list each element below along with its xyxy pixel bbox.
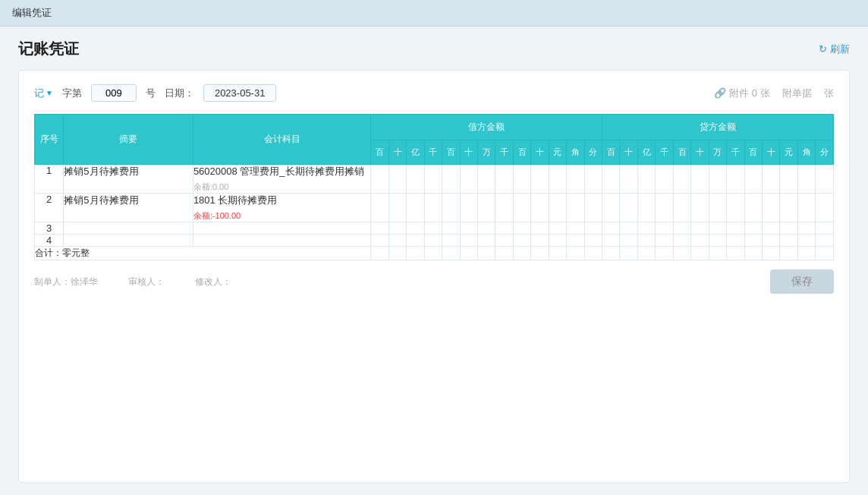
debit-col-1-row-0[interactable] (388, 165, 406, 194)
credit-col-21-row-0[interactable] (744, 165, 762, 194)
debit-col-9-row-1[interactable] (531, 194, 549, 222)
credit-col-25-row-2[interactable] (816, 222, 834, 235)
debit-col-12-row-3[interactable] (584, 235, 602, 247)
credit-col-21-row-3[interactable] (744, 235, 762, 247)
debit-col-8-row-0[interactable] (513, 165, 530, 194)
credit-col-19-row-3[interactable] (709, 235, 726, 247)
cell-summary-2[interactable] (64, 222, 193, 235)
credit-col-14-row-2[interactable] (620, 222, 637, 235)
debit-col-3-row-2[interactable] (424, 222, 442, 235)
credit-col-15-row-2[interactable] (637, 222, 655, 235)
credit-col-16-row-1[interactable] (656, 194, 673, 222)
credit-col-21-row-2[interactable] (744, 222, 762, 235)
debit-col-2-row-0[interactable] (407, 165, 424, 194)
credit-col-23-row-0[interactable] (780, 165, 797, 194)
credit-col-13-row-1[interactable] (602, 194, 620, 222)
credit-col-22-row-3[interactable] (762, 235, 779, 247)
debit-col-1-row-2[interactable] (388, 222, 406, 235)
debit-col-12-row-0[interactable] (584, 165, 602, 194)
cell-summary-3[interactable] (64, 235, 193, 247)
credit-col-22-row-1[interactable] (762, 194, 779, 222)
debit-col-9-row-0[interactable] (531, 165, 549, 194)
debit-col-5-row-2[interactable] (460, 222, 477, 235)
credit-col-13-row-2[interactable] (602, 222, 620, 235)
sheet-button[interactable]: 附单据 (782, 87, 812, 100)
debit-col-3-row-1[interactable] (424, 194, 442, 222)
debit-col-8-row-2[interactable] (513, 222, 530, 235)
credit-col-17-row-1[interactable] (673, 194, 690, 222)
debit-col-7-row-0[interactable] (495, 165, 513, 194)
credit-col-20-row-3[interactable] (727, 235, 744, 247)
credit-col-20-row-1[interactable] (727, 194, 744, 222)
credit-col-17-row-3[interactable] (673, 235, 690, 247)
attachment-button[interactable]: 🔗 附件 0 张 (714, 87, 770, 100)
debit-col-5-row-3[interactable] (460, 235, 477, 247)
debit-col-5-row-0[interactable] (460, 165, 477, 194)
debit-col-12-row-1[interactable] (584, 194, 602, 222)
debit-col-6-row-1[interactable] (477, 194, 495, 222)
debit-col-2-row-2[interactable] (407, 222, 424, 235)
debit-col-6-row-0[interactable] (477, 165, 495, 194)
credit-col-15-row-0[interactable] (637, 165, 655, 194)
credit-col-18-row-0[interactable] (691, 165, 709, 194)
debit-col-0-row-0[interactable] (371, 165, 388, 194)
cell-summary-1[interactable]: 摊销5月待摊费用 (64, 194, 193, 222)
debit-col-2-row-3[interactable] (407, 235, 424, 247)
debit-col-0-row-1[interactable] (371, 194, 388, 222)
debit-col-11-row-3[interactable] (567, 235, 584, 247)
debit-col-10-row-3[interactable] (549, 235, 566, 247)
credit-col-16-row-3[interactable] (656, 235, 673, 247)
debit-col-11-row-2[interactable] (567, 222, 584, 235)
credit-col-16-row-2[interactable] (656, 222, 673, 235)
debit-col-5-row-1[interactable] (460, 194, 477, 222)
credit-col-25-row-0[interactable] (816, 165, 834, 194)
credit-col-25-row-3[interactable] (816, 235, 834, 247)
credit-col-14-row-0[interactable] (620, 165, 637, 194)
debit-col-2-row-1[interactable] (407, 194, 424, 222)
credit-col-22-row-2[interactable] (762, 222, 779, 235)
credit-col-20-row-2[interactable] (727, 222, 744, 235)
debit-col-3-row-0[interactable] (424, 165, 442, 194)
credit-col-14-row-3[interactable] (620, 235, 637, 247)
debit-col-6-row-2[interactable] (477, 222, 495, 235)
debit-col-0-row-2[interactable] (371, 222, 388, 235)
debit-col-9-row-3[interactable] (531, 235, 549, 247)
credit-col-24-row-2[interactable] (797, 222, 815, 235)
credit-col-13-row-0[interactable] (602, 165, 620, 194)
credit-col-13-row-3[interactable] (602, 235, 620, 247)
credit-col-17-row-2[interactable] (673, 222, 690, 235)
credit-col-15-row-1[interactable] (637, 194, 655, 222)
refresh-button[interactable]: ↻ 刷新 (819, 43, 850, 56)
credit-col-16-row-0[interactable] (656, 165, 673, 194)
credit-col-15-row-3[interactable] (637, 235, 655, 247)
debit-col-10-row-1[interactable] (549, 194, 566, 222)
debit-col-9-row-2[interactable] (531, 222, 549, 235)
credit-col-24-row-1[interactable] (797, 194, 815, 222)
credit-col-18-row-1[interactable] (691, 194, 709, 222)
debit-col-0-row-3[interactable] (371, 235, 388, 247)
debit-col-10-row-0[interactable] (549, 165, 566, 194)
credit-col-14-row-1[interactable] (620, 194, 637, 222)
debit-col-6-row-3[interactable] (477, 235, 495, 247)
credit-col-19-row-2[interactable] (709, 222, 726, 235)
credit-col-23-row-3[interactable] (780, 235, 797, 247)
cell-account-1[interactable]: 1801 长期待摊费用余额:-100.00 (193, 194, 370, 222)
cell-account-3[interactable] (193, 235, 370, 247)
debit-col-3-row-3[interactable] (424, 235, 442, 247)
debit-col-4-row-0[interactable] (442, 165, 460, 194)
debit-col-4-row-1[interactable] (442, 194, 460, 222)
save-button[interactable]: 保存 (770, 270, 834, 294)
credit-col-17-row-0[interactable] (673, 165, 690, 194)
credit-col-23-row-2[interactable] (780, 222, 797, 235)
debit-col-8-row-1[interactable] (513, 194, 530, 222)
credit-col-20-row-0[interactable] (727, 165, 744, 194)
debit-col-8-row-3[interactable] (513, 235, 530, 247)
debit-col-7-row-2[interactable] (495, 222, 513, 235)
debit-col-1-row-3[interactable] (388, 235, 406, 247)
credit-col-24-row-3[interactable] (797, 235, 815, 247)
debit-col-4-row-3[interactable] (442, 235, 460, 247)
debit-col-10-row-2[interactable] (549, 222, 566, 235)
debit-col-7-row-3[interactable] (495, 235, 513, 247)
cell-summary-0[interactable]: 摊销5月待摊费用 (64, 165, 193, 194)
debit-col-11-row-0[interactable] (567, 165, 584, 194)
